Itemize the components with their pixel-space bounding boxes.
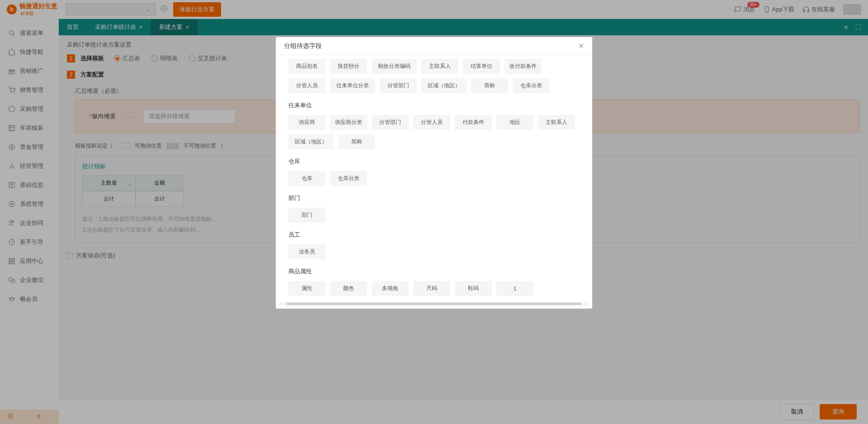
field-chip[interactable]: 主联系人 xyxy=(538,115,575,130)
field-chip[interactable]: 供应商分类 xyxy=(330,115,367,130)
field-group: 商品属性属性颜色多规格尺码鞋码1 xyxy=(288,267,580,296)
field-chip[interactable]: 分管人员 xyxy=(288,78,326,93)
field-chip[interactable]: 简称 xyxy=(338,134,375,149)
field-chip[interactable]: 分管人员 xyxy=(413,115,450,130)
field-chip[interactable]: 部门 xyxy=(288,208,326,223)
modal-close-button[interactable]: ✕ xyxy=(578,42,584,50)
group-title: 往来单位 xyxy=(288,101,580,110)
field-chip[interactable]: 拣货秒分 xyxy=(330,59,367,74)
field-group: 仓库仓库仓库分类 xyxy=(288,157,580,186)
field-chip[interactable]: 1 xyxy=(496,281,533,296)
field-group: 员工业务员 xyxy=(288,231,580,259)
group-title: 仓库 xyxy=(288,157,580,166)
group-title: 商品属性 xyxy=(288,267,580,276)
field-chip[interactable]: 颜色 xyxy=(330,281,367,296)
field-chip[interactable]: 主联系人 xyxy=(421,59,458,74)
field-chip[interactable]: 往来单位分类 xyxy=(330,78,375,93)
horizontal-scrollbar[interactable] xyxy=(278,302,590,306)
field-chip[interactable]: 分管部门 xyxy=(380,78,417,93)
field-chip[interactable]: 尺码 xyxy=(413,281,450,296)
field-group: 往来单位供应商供应商分类分管部门分管人员付款条件地区主联系人区域（地区）简称 xyxy=(288,101,580,149)
field-chip[interactable]: 付款条件 xyxy=(455,115,492,130)
field-chip[interactable]: 简称 xyxy=(471,78,508,93)
field-chip[interactable]: 商品别名 xyxy=(288,59,326,74)
field-chip[interactable]: 多规格 xyxy=(372,281,409,296)
field-chip[interactable]: 结算单位 xyxy=(463,59,500,74)
field-chip[interactable]: 仓库分类 xyxy=(330,171,367,186)
field-chip[interactable]: 业务员 xyxy=(288,244,326,259)
field-chip[interactable]: 地区 xyxy=(496,115,533,130)
field-chip[interactable]: 区域（地区） xyxy=(288,134,334,149)
field-group: 商品别名拣货秒分税收分类编码主联系人结算单位收付款条件分管人员往来单位分类分管部… xyxy=(288,59,580,93)
field-chip[interactable]: 仓库分类 xyxy=(513,78,550,93)
field-chip[interactable]: 鞋码 xyxy=(455,281,492,296)
modal-title: 分组待选字段 xyxy=(284,42,322,50)
group-title: 部门 xyxy=(288,194,580,202)
field-selector-modal: 分组待选字段 ✕ 商品别名拣货秒分税收分类编码主联系人结算单位收付款条件分管人员… xyxy=(276,37,592,309)
field-chip[interactable]: 收付款条件 xyxy=(505,59,542,74)
field-chip[interactable]: 分管部门 xyxy=(372,115,409,130)
field-group: 部门部门 xyxy=(288,194,580,223)
field-chip[interactable]: 税收分类编码 xyxy=(372,59,417,74)
field-chip[interactable]: 区域（地区） xyxy=(421,78,467,93)
field-chip[interactable]: 仓库 xyxy=(288,171,326,186)
field-chip[interactable]: 供应商 xyxy=(288,115,326,130)
field-chip[interactable]: 属性 xyxy=(288,281,326,296)
group-title: 员工 xyxy=(288,231,580,239)
